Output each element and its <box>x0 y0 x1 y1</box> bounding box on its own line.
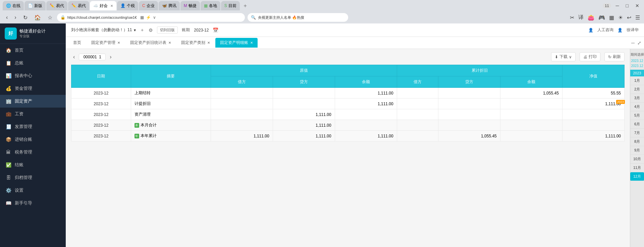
period-month-10[interactable]: 10月 <box>630 155 644 164</box>
service-btn[interactable]: 人工咨询 <box>597 27 613 33</box>
period-month-7[interactable]: 7月 <box>630 129 644 137</box>
minimize-button[interactable]: ─ <box>614 2 621 9</box>
sidebar-item-closing[interactable]: ✅ 结账 <box>0 159 66 171</box>
month-tag: 本 <box>135 123 139 128</box>
browser-tab-tencent[interactable]: 🦋 腾讯 <box>159 1 180 10</box>
settings-account-icon[interactable]: ⚙ <box>149 27 153 33</box>
period-month-1[interactable]: 1月 <box>630 76 644 85</box>
sidebar-item-tax[interactable]: 🏛 税务管理 <box>0 146 66 159</box>
refresh-nav-button[interactable]: ↻ <box>21 14 30 21</box>
browser-tab-close-haokuai[interactable]: ✕ <box>110 4 113 8</box>
table-row-month-total: 2023-12 本本月合计 1,111.00 <box>71 120 625 131</box>
browser-tab-changjie[interactable]: M 畅捷 <box>180 1 200 10</box>
user-avatar: 👤 <box>618 28 623 33</box>
switch-version-button[interactable]: 切到旧版 <box>157 26 178 34</box>
page-tab-fa-category-close[interactable]: ✕ <box>207 41 210 45</box>
new-tab-button[interactable]: ＋ <box>240 2 250 9</box>
refresh-button[interactable]: ↻ 刷新 <box>604 52 625 61</box>
row3-accum-balance <box>500 109 562 120</box>
sidebar-item-fixed-assets[interactable]: 🏢 固定资产 <box>0 95 66 108</box>
year-item[interactable]: 2023 <box>630 70 644 76</box>
row3-orig-debit <box>211 109 273 120</box>
page-tab-fa-depreciation[interactable]: 固定资产折旧统计表 ✕ <box>125 38 176 48</box>
bookmark-button[interactable]: ☆ <box>46 14 54 21</box>
tab-favicon-haokuai: ☁️ <box>93 3 98 8</box>
browser-tab-yidai2[interactable]: ✏️ 易代 <box>68 1 89 10</box>
calendar-icon[interactable]: 📅 <box>213 27 218 33</box>
sidebar-item-guide[interactable]: 📖 新手引导 <box>0 197 66 209</box>
period-month-2[interactable]: 2月 <box>630 85 644 94</box>
browser-tab-new[interactable]: 📄 新版 <box>24 1 46 10</box>
period-month-9[interactable]: 9月 <box>630 146 644 155</box>
sidebar-item-invoice[interactable]: 🧾 发票管理 <box>0 120 66 133</box>
period-month-3[interactable]: 3月 <box>630 94 644 103</box>
tab-favicon-changjie: M <box>184 3 187 8</box>
period-month-4[interactable]: 4月 <box>630 103 644 111</box>
menu-icon[interactable]: ☰ <box>635 14 640 21</box>
sidebar-item-home[interactable]: 🏠 首页 <box>0 44 66 57</box>
prev-page-button[interactable]: ‹ <box>71 53 77 61</box>
browser-tab-gedi[interactable]: ▦ 各地 <box>201 1 220 10</box>
url-bar[interactable]: 🔒 https://cloud.chanjet.com/accounting/u… <box>57 13 245 22</box>
page-tab-fa-detail[interactable]: 固定资产明细账 ✕ <box>215 38 258 48</box>
undo-icon[interactable]: ↩ <box>627 14 631 21</box>
period-month-8[interactable]: 8月 <box>630 137 644 146</box>
tab-minimize-button[interactable]: ─ <box>631 40 635 46</box>
download-button[interactable]: ⬇ 下载 ∨ <box>551 52 576 61</box>
wallet-icon[interactable]: 👛 <box>588 14 594 21</box>
gamepad-icon[interactable]: 🎮 <box>598 14 605 21</box>
print-button[interactable]: 🖨 打印 <box>580 52 600 61</box>
page-tab-fa-category[interactable]: 固定资产类别 ✕ <box>176 38 215 48</box>
period-month-5[interactable]: 5月 <box>630 111 644 120</box>
close-button[interactable]: ✕ <box>633 2 641 9</box>
maximize-button[interactable]: □ <box>624 2 631 9</box>
logo-icon: 好 <box>5 27 17 40</box>
translate-icon[interactable]: 译 <box>578 14 584 21</box>
row4-net-value <box>562 120 624 131</box>
period-month-12[interactable]: 12月 <box>630 172 644 181</box>
sidebar-label-home: 首页 <box>15 47 23 53</box>
year-tag: 年 <box>135 134 139 138</box>
browser-tab-yidai1[interactable]: ✏️ 易代 <box>46 1 67 10</box>
next-page-button[interactable]: › <box>108 53 113 61</box>
user-btn[interactable]: 徐译华 <box>627 27 639 33</box>
tab-maximize-button[interactable]: ⤢ <box>637 40 641 46</box>
period-month-6[interactable]: 6月 <box>630 120 644 129</box>
sidebar-item-payroll[interactable]: 💼 工资 <box>0 108 66 120</box>
browser-tab-haokuai[interactable]: ☁️ 好会 ✕ <box>90 1 116 10</box>
page-tab-home-label: 首页 <box>73 40 81 46</box>
url-expand-icon: ∨ <box>153 15 156 20</box>
page-tab-fa-mgmt[interactable]: 固定资产管理 ✕ <box>87 38 125 48</box>
account-selector[interactable]: 刘小艳演示账套（勿删勿动！）11 ▾ <box>71 27 136 33</box>
row1-accum-balance: 1,055.45 <box>500 88 562 99</box>
page-tab-home[interactable]: 首页 <box>68 38 86 48</box>
back-button[interactable]: ‹ <box>4 14 10 21</box>
search-bar[interactable]: 🔍 央视更新主持人名单 🔥热搜 <box>248 13 348 22</box>
sidebar-item-general-ledger[interactable]: 📋 总账 <box>0 57 66 69</box>
sidebar-item-archive[interactable]: 🗄 归档管理 <box>0 171 66 184</box>
tab-window-controls: ─ ⤢ <box>631 40 641 46</box>
th-original-balance: 余额 <box>335 76 397 88</box>
sidebar-item-purchase-sales[interactable]: 📦 进销台账 <box>0 133 66 146</box>
sun-icon[interactable]: ☀ <box>618 14 623 21</box>
sidebar-item-funds[interactable]: 💰 资金管理 <box>0 82 66 95</box>
page-tab-fa-detail-close[interactable]: ✕ <box>250 41 253 45</box>
browser-tab-geshui[interactable]: 👤 个税 <box>117 1 138 10</box>
action-buttons: ⬇ 下载 ∨ 🖨 打印 ↻ 刷新 <box>551 52 625 61</box>
page-tab-fa-mgmt-close[interactable]: ✕ <box>117 41 120 45</box>
grid-icon[interactable]: ▦ <box>609 14 614 21</box>
page-number-input[interactable] <box>79 54 106 60</box>
browser-tab-muqian[interactable]: S 目前 <box>221 1 240 10</box>
forward-button[interactable]: › <box>12 14 18 21</box>
row3-accum-debit <box>397 109 438 120</box>
sidebar-item-settings[interactable]: ⚙️ 设置 <box>0 184 66 197</box>
page-tab-fa-depreciation-close[interactable]: ✕ <box>168 41 171 45</box>
th-original-debit: 借方 <box>211 76 273 88</box>
add-account-icon[interactable]: ＋ <box>140 27 145 33</box>
scissors-icon[interactable]: ✂ <box>570 14 574 21</box>
sidebar-item-reports[interactable]: 📊 报表中心 <box>0 69 66 82</box>
home-nav-button[interactable]: 🏠 <box>32 14 43 21</box>
browser-tab-online[interactable]: 🌐 在线 <box>3 1 24 10</box>
period-month-11[interactable]: 11月 <box>630 164 644 172</box>
browser-tab-qiye[interactable]: C 企业 <box>139 1 158 10</box>
